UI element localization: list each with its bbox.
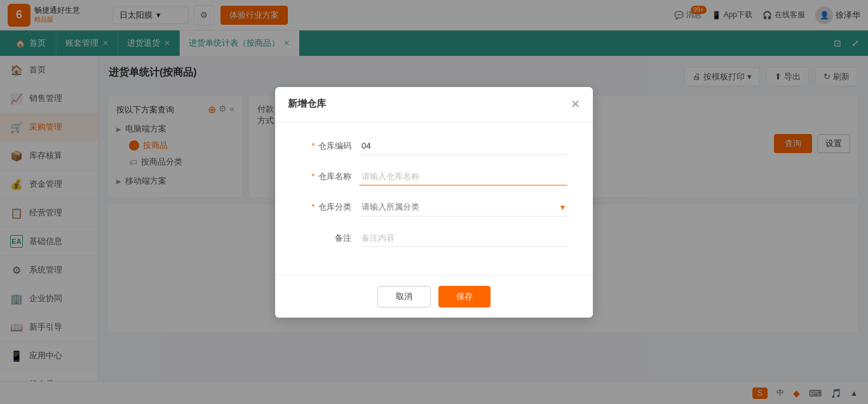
modal-header: 新增仓库 ✕	[275, 87, 593, 122]
category-dropdown-icon[interactable]: ▾	[560, 202, 565, 212]
modal-title: 新增仓库	[288, 98, 326, 110]
modal-overlay: 新增仓库 ✕ * 仓库编码 * 仓库名称	[0, 0, 868, 404]
required-star-category: *	[311, 202, 315, 212]
new-warehouse-modal: 新增仓库 ✕ * 仓库编码 * 仓库名称	[275, 87, 593, 318]
modal-close-button[interactable]: ✕	[571, 97, 580, 111]
form-row-code: * 仓库编码	[301, 137, 567, 155]
warehouse-code-input[interactable]	[359, 137, 567, 155]
modal-footer: 取消 保存	[275, 275, 593, 318]
form-row-name: * 仓库名称	[301, 168, 567, 185]
required-star-name: *	[311, 172, 315, 181]
warehouse-name-input[interactable]	[359, 168, 567, 185]
code-label: * 仓库编码	[301, 140, 351, 152]
category-label: * 仓库分类	[301, 201, 351, 213]
category-select-row[interactable]: ▾	[359, 198, 567, 217]
save-button[interactable]: 保存	[438, 286, 491, 307]
note-input[interactable]	[359, 229, 567, 247]
required-star-code: *	[311, 141, 315, 151]
form-row-note: 备注	[301, 229, 567, 247]
category-input[interactable]	[362, 202, 560, 212]
form-row-category: * 仓库分类 ▾	[301, 198, 567, 217]
modal-body: * 仓库编码 * 仓库名称 * 仓库分类	[275, 122, 593, 275]
note-label: 备注	[301, 232, 351, 244]
cancel-button[interactable]: 取消	[377, 286, 431, 307]
name-label: * 仓库名称	[301, 171, 351, 182]
